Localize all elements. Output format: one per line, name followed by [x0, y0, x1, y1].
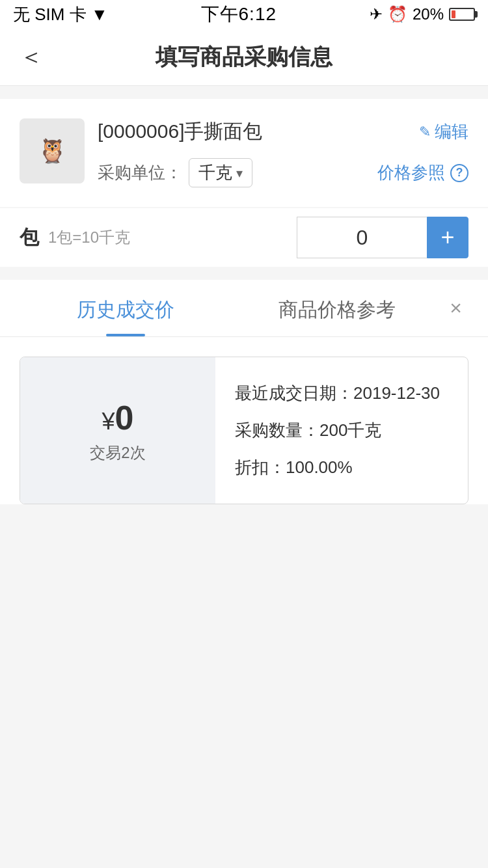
quantity-input[interactable]	[297, 217, 427, 258]
sim-status: 无 SIM 卡 ▼	[13, 3, 108, 26]
page-title: 填写商品采购信息	[156, 42, 332, 72]
quantity-section: 包 1包=10千克 +	[0, 208, 488, 267]
price-ref-button[interactable]: 价格参照 ?	[377, 161, 468, 184]
tab-history[interactable]: 历史成交价	[20, 280, 232, 336]
battery-icon	[449, 8, 475, 21]
discount-row: 折扣：100.00%	[235, 455, 448, 480]
edit-icon: ✎	[419, 124, 431, 141]
battery-percent: 20%	[413, 5, 444, 23]
tabs-section: 历史成交价 商品价格参考 × ¥0 交易2次 最近成交日期：2019-12-30…	[0, 280, 488, 504]
status-left: 无 SIM 卡 ▼	[13, 3, 108, 26]
recent-date-value: 2019-12-30	[353, 383, 440, 403]
qty-conversion: 1包=10千克	[48, 227, 130, 248]
qty-unit: 包	[20, 224, 39, 251]
product-image: 🦉	[20, 118, 85, 183]
unit-row: 采购单位： 千克 ▾ 价格参照 ?	[98, 158, 468, 187]
back-button[interactable]: ＜	[20, 34, 49, 79]
price-value: 0	[115, 399, 134, 437]
unit-value: 千克	[198, 161, 232, 184]
alarm-icon: ⏰	[388, 5, 407, 23]
location-icon: ✈	[370, 5, 383, 23]
product-info: [0000006]手撕面包 ✎ 编辑 采购单位： 千克 ▾ 价格参照 ?	[98, 118, 468, 187]
purchase-qty-label: 采购数量：	[235, 420, 319, 440]
product-section: 🦉 [0000006]手撕面包 ✎ 编辑 采购单位： 千克 ▾ 价格参照 ?	[0, 99, 488, 207]
price-card-right: 最近成交日期：2019-12-30 采购数量：200千克 折扣：100.00%	[215, 357, 468, 504]
currency-symbol: ¥	[102, 408, 115, 435]
price-card: ¥0 交易2次 最近成交日期：2019-12-30 采购数量：200千克 折扣：…	[20, 357, 468, 504]
edit-button[interactable]: ✎ 编辑	[419, 120, 468, 143]
info-icon: ?	[450, 164, 468, 182]
unit-select[interactable]: 千克 ▾	[189, 158, 252, 187]
product-name: [0000006]手撕面包	[98, 118, 262, 145]
status-right: ✈ ⏰ 20%	[370, 5, 475, 23]
tab-market[interactable]: 商品价格参考	[232, 280, 444, 336]
purchase-qty-row: 采购数量：200千克	[235, 418, 448, 443]
price-ref-label: 价格参照	[377, 161, 445, 184]
nav-header: ＜ 填写商品采购信息	[0, 29, 488, 86]
main-content	[0, 524, 488, 868]
quantity-right: +	[297, 217, 468, 258]
status-bar: 无 SIM 卡 ▼ 下午6:12 ✈ ⏰ 20%	[0, 0, 488, 29]
close-button[interactable]: ×	[443, 283, 468, 333]
price-card-left: ¥0 交易2次	[20, 357, 215, 504]
product-name-row: [0000006]手撕面包 ✎ 编辑	[98, 118, 468, 145]
price-amount: ¥0	[102, 398, 134, 437]
discount-value: 100.00%	[286, 457, 353, 477]
status-time: 下午6:12	[201, 2, 277, 27]
trade-count: 交易2次	[90, 442, 145, 463]
tabs-header: 历史成交价 商品价格参考 ×	[0, 280, 488, 337]
discount-label: 折扣：	[235, 457, 286, 477]
dropdown-arrow-icon: ▾	[236, 165, 243, 181]
qty-plus-button[interactable]: +	[427, 217, 468, 258]
quantity-left: 包 1包=10千克	[20, 224, 130, 251]
edit-label: 编辑	[435, 120, 468, 143]
unit-label: 采购单位：	[98, 161, 182, 184]
product-thumbnail-icon: 🦉	[38, 137, 67, 165]
recent-date-label: 最近成交日期：	[235, 383, 353, 403]
recent-date-row: 最近成交日期：2019-12-30	[235, 381, 448, 406]
battery-fill	[452, 10, 455, 18]
purchase-qty-value: 200千克	[319, 420, 381, 440]
